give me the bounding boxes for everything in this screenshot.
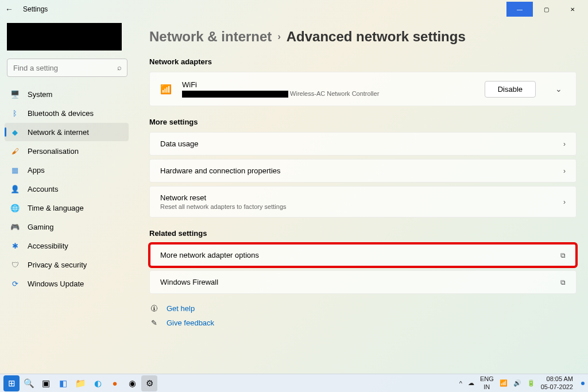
- chevron-right-icon: ›: [563, 167, 566, 175]
- minimize-button[interactable]: —: [506, 2, 533, 17]
- clock[interactable]: 08:05 AM05-07-2022: [541, 375, 573, 390]
- help-icon: 🛈: [149, 304, 158, 313]
- chevron-right-icon: ›: [563, 140, 566, 148]
- sidebar-item-label: Accounts: [28, 185, 58, 193]
- nav-icon: 🖌: [10, 147, 20, 156]
- search-wrap: ⌕: [7, 59, 127, 77]
- sidebar-item-accessibility[interactable]: ✱Accessibility: [5, 236, 129, 255]
- onedrive-icon[interactable]: ☁: [468, 379, 474, 387]
- external-link-icon: ⧉: [560, 251, 566, 259]
- battery-icon[interactable]: 🔋: [527, 379, 535, 387]
- task-view-icon[interactable]: ▣: [38, 375, 54, 391]
- sidebar-item-windows-update[interactable]: ⟳Windows Update: [5, 274, 129, 293]
- row-title: Windows Firewall: [160, 278, 218, 286]
- nav-icon: ᛒ: [10, 109, 20, 118]
- chevron-right-icon: ›: [563, 198, 566, 206]
- page-title: Advanced network settings: [287, 29, 466, 45]
- help-links: 🛈Get help ✎Give feedback: [149, 304, 577, 327]
- sidebar-item-personalisation[interactable]: 🖌Personalisation: [5, 142, 129, 160]
- sidebar-item-label: Bluetooth & devices: [28, 109, 94, 118]
- nav-list: 🖥️SystemᛒBluetooth & devices◆Network & i…: [5, 85, 129, 293]
- row-title: Hardware and connection properties: [160, 166, 281, 175]
- sidebar-item-gaming[interactable]: 🎮Gaming: [5, 218, 129, 236]
- related-row[interactable]: Windows Firewall⧉: [149, 270, 577, 294]
- sidebar-item-label: Time & language: [28, 204, 84, 212]
- user-block-redacted: [7, 23, 122, 51]
- breadcrumb-parent[interactable]: Network & internet: [149, 29, 272, 45]
- related-row[interactable]: More network adapter options⧉: [149, 243, 577, 267]
- edge-icon[interactable]: ◐: [90, 375, 106, 391]
- firefox-icon[interactable]: ●: [107, 375, 123, 391]
- chevron-down-icon[interactable]: ⌄: [552, 82, 566, 96]
- row-title: Network reset: [160, 193, 287, 202]
- adapter-controller: Wireless-AC Network Controller: [182, 90, 379, 98]
- wifi-adapter-card[interactable]: 📶 WiFi Wireless-AC Network Controller Di…: [149, 72, 577, 106]
- tray-chevron-icon[interactable]: ^: [459, 380, 462, 387]
- section-title-related: Related settings: [149, 229, 577, 238]
- nav-icon: 🌐: [10, 204, 20, 212]
- settings-row[interactable]: Hardware and connection properties›: [149, 159, 577, 183]
- explorer-icon[interactable]: 📁: [72, 375, 88, 391]
- back-button[interactable]: ←: [2, 5, 16, 14]
- search-input[interactable]: [7, 59, 127, 77]
- row-title: More network adapter options: [160, 251, 259, 259]
- nav-icon: ✱: [10, 242, 20, 250]
- chevron-right-icon: ›: [277, 32, 280, 42]
- nav-icon: ▦: [10, 166, 20, 174]
- sidebar-item-label: Apps: [28, 166, 45, 174]
- nav-icon: 🛡: [10, 261, 20, 269]
- search-icon: ⌕: [117, 63, 122, 72]
- sidebar-item-label: Network & internet: [28, 128, 89, 137]
- maximize-button[interactable]: ▢: [533, 2, 559, 17]
- taskbar: ⊞ 🔍 ▣ ◧ 📁 ◐ ● ◉ ⚙ ^ ☁ ENGIN 📶 🔊 🔋 08:05 …: [0, 374, 588, 392]
- nav-icon: ◆: [10, 128, 20, 137]
- main-content: Network & internet › Advanced network se…: [133, 18, 588, 374]
- breadcrumb: Network & internet › Advanced network se…: [149, 29, 577, 45]
- sidebar-item-label: System: [28, 90, 52, 99]
- settings-row[interactable]: Data usage›: [149, 132, 577, 156]
- row-title: Data usage: [160, 139, 199, 148]
- titlebar: ← Settings — ▢ ✕: [0, 0, 588, 18]
- search-taskbar-icon[interactable]: 🔍: [21, 375, 37, 391]
- notification-indicator[interactable]: [581, 382, 585, 385]
- nav-icon: 🖥️: [10, 90, 20, 99]
- window-controls: — ▢ ✕: [506, 2, 586, 17]
- window-title: Settings: [23, 5, 48, 13]
- feedback-icon: ✎: [149, 319, 158, 327]
- volume-icon[interactable]: 🔊: [513, 379, 521, 387]
- settings-row[interactable]: Network resetReset all network adapters …: [149, 186, 577, 218]
- sidebar-item-label: Personalisation: [28, 147, 79, 156]
- external-link-icon: ⧉: [560, 278, 566, 286]
- sidebar: ⌕ 🖥️SystemᛒBluetooth & devices◆Network &…: [0, 18, 133, 374]
- nav-icon: ⟳: [10, 280, 20, 288]
- start-button[interactable]: ⊞: [3, 375, 20, 391]
- wifi-tray-icon[interactable]: 📶: [500, 379, 508, 387]
- disable-button[interactable]: Disable: [485, 81, 536, 98]
- sidebar-item-time-language[interactable]: 🌐Time & language: [5, 199, 129, 217]
- nav-icon: 🎮: [10, 223, 20, 231]
- sidebar-item-system[interactable]: 🖥️System: [5, 85, 129, 103]
- sidebar-item-label: Windows Update: [28, 280, 84, 288]
- nav-icon: 👤: [10, 185, 20, 193]
- wifi-icon: 📶: [160, 84, 172, 95]
- give-feedback-link[interactable]: ✎Give feedback: [149, 319, 577, 327]
- sidebar-item-apps[interactable]: ▦Apps: [5, 161, 129, 179]
- section-title-adapters: Network adapters: [149, 57, 577, 66]
- sidebar-item-accounts[interactable]: 👤Accounts: [5, 180, 129, 198]
- widgets-icon[interactable]: ◧: [55, 375, 71, 391]
- adapter-name: WiFi: [182, 80, 379, 89]
- sidebar-item-privacy-security[interactable]: 🛡Privacy & security: [5, 255, 129, 274]
- system-tray[interactable]: ^ ☁ ENGIN 📶 🔊 🔋 08:05 AM05-07-2022: [459, 375, 585, 390]
- sidebar-item-network-internet[interactable]: ◆Network & internet: [5, 123, 129, 141]
- sidebar-item-label: Gaming: [28, 223, 54, 231]
- get-help-link[interactable]: 🛈Get help: [149, 304, 577, 313]
- settings-taskbar-icon[interactable]: ⚙: [141, 375, 157, 391]
- row-subtitle: Reset all network adapters to factory se…: [160, 203, 287, 210]
- language-indicator[interactable]: ENGIN: [480, 375, 494, 390]
- chrome-icon[interactable]: ◉: [124, 375, 140, 391]
- sidebar-item-label: Accessibility: [28, 242, 68, 250]
- sidebar-item-bluetooth-devices[interactable]: ᛒBluetooth & devices: [5, 104, 129, 122]
- taskbar-icons: ⊞ 🔍 ▣ ◧ 📁 ◐ ● ◉ ⚙: [3, 375, 157, 391]
- sidebar-item-label: Privacy & security: [28, 261, 87, 269]
- close-button[interactable]: ✕: [559, 2, 586, 17]
